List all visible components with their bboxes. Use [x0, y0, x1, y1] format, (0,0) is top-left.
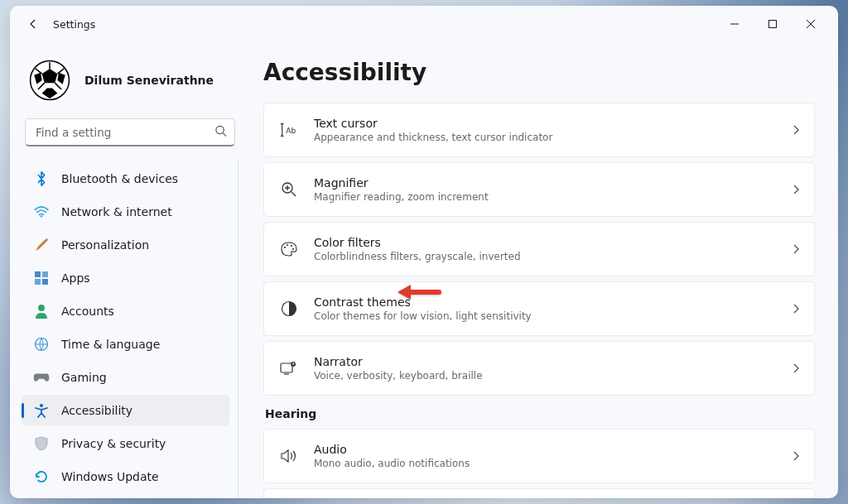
card-narrator[interactable]: Narrator Voice, verbosity, keyboard, bra…: [263, 341, 815, 396]
card-subtitle: Voice, verbosity, keyboard, braille: [314, 370, 778, 382]
svg-point-12: [38, 305, 45, 311]
bluetooth-icon: [33, 170, 50, 187]
chevron-right-icon: [793, 122, 799, 138]
sidebar-item-label: Network & internet: [61, 205, 172, 218]
card-subtitle: Colorblindness filters, grayscale, inver…: [314, 251, 778, 262]
sidebar-item-label: Time & language: [61, 338, 160, 351]
minimize-button[interactable]: [716, 11, 754, 37]
chevron-right-icon: [793, 242, 799, 257]
svg-point-7: [41, 215, 42, 217]
speaker-icon: [279, 446, 299, 466]
section-header-hearing: Hearing: [265, 407, 815, 420]
sidebar-item-accounts[interactable]: Accounts: [22, 295, 229, 327]
narrator-icon: [279, 358, 299, 378]
sidebar-item-personalization[interactable]: Personalization: [22, 229, 229, 261]
sidebar-item-label: Bluetooth & devices: [61, 172, 178, 185]
sidebar-item-accessibility[interactable]: Accessibility: [22, 395, 229, 426]
card-title: Narrator: [314, 355, 778, 368]
svg-point-14: [40, 404, 43, 407]
chevron-right-icon: [793, 361, 799, 377]
main-content: Accessibility Ab Text cursor Appearance …: [250, 42, 838, 498]
sidebar-item-label: Windows Update: [61, 470, 159, 483]
card-title: Text cursor: [314, 117, 778, 130]
minimize-icon: [730, 20, 739, 28]
arrow-left-icon: [26, 17, 40, 31]
svg-rect-10: [35, 279, 41, 285]
gamepad-icon: [33, 369, 50, 386]
sidebar-item-label: Accessibility: [61, 404, 132, 417]
card-captions[interactable]: CC Captions: [263, 488, 815, 498]
svg-rect-8: [35, 271, 41, 277]
svg-point-20: [292, 248, 294, 250]
search-wrap: [25, 118, 235, 146]
svg-point-18: [287, 244, 288, 246]
card-contrast-themes[interactable]: Contrast themes Color themes for low vis…: [263, 281, 815, 336]
back-button[interactable]: [18, 9, 48, 39]
titlebar: Settings: [10, 6, 838, 42]
card-color-filters[interactable]: Color filters Colorblindness filters, gr…: [263, 222, 815, 276]
contrast-icon: [279, 299, 299, 319]
sidebar: Dilum Senevirathne Bluetooth & devices: [10, 42, 250, 498]
card-title: Magnifier: [314, 176, 778, 190]
profile-name: Dilum Senevirathne: [84, 74, 214, 87]
apps-icon: [33, 270, 50, 286]
maximize-button[interactable]: [754, 11, 792, 37]
text-cursor-icon: Ab: [279, 120, 299, 140]
window-title: Settings: [53, 18, 95, 31]
sidebar-item-gaming[interactable]: Gaming: [22, 362, 229, 393]
card-subtitle: Color themes for low vision, light sensi…: [314, 310, 778, 322]
wifi-icon: [33, 204, 50, 220]
card-text-cursor[interactable]: Ab Text cursor Appearance and thickness,…: [263, 103, 815, 157]
maximize-icon: [768, 20, 777, 28]
sidebar-item-time[interactable]: Time & language: [22, 329, 229, 360]
avatar: [26, 57, 73, 103]
close-button[interactable]: [792, 11, 830, 37]
globe-clock-icon: [33, 336, 50, 353]
page-title: Accessibility: [263, 59, 815, 86]
search-input[interactable]: [25, 118, 235, 146]
card-subtitle: Appearance and thickness, text cursor in…: [314, 132, 778, 143]
svg-point-17: [284, 247, 286, 248]
svg-rect-22: [281, 363, 292, 372]
card-subtitle: Mono audio, audio notifications: [314, 458, 778, 469]
sidebar-item-network[interactable]: Network & internet: [22, 196, 229, 228]
svg-rect-9: [42, 271, 48, 277]
person-icon: [33, 303, 50, 319]
sidebar-item-label: Apps: [61, 271, 90, 285]
sidebar-item-label: Privacy & security: [61, 437, 166, 450]
accessibility-icon: [33, 402, 50, 419]
card-magnifier[interactable]: Magnifier Magnifier reading, zoom increm…: [263, 162, 815, 217]
profile-block[interactable]: Dilum Senevirathne: [22, 50, 238, 118]
paintbrush-icon: [33, 237, 50, 253]
svg-rect-0: [769, 21, 777, 28]
chevron-right-icon: [793, 449, 799, 464]
sidebar-item-label: Gaming: [61, 371, 107, 384]
magnifier-icon: [279, 180, 299, 199]
svg-rect-11: [42, 279, 48, 285]
card-title: Contrast themes: [314, 295, 778, 309]
soccer-ball-icon: [29, 60, 70, 101]
close-icon: [807, 20, 815, 28]
shield-icon: [33, 435, 50, 452]
palette-icon: [279, 239, 299, 259]
sidebar-item-label: Personalization: [61, 238, 149, 252]
card-title: Audio: [314, 443, 778, 456]
nav-list: Bluetooth & devices Network & internet P…: [22, 160, 238, 498]
card-title: Color filters: [314, 236, 778, 249]
chevron-right-icon: [793, 182, 799, 198]
svg-text:Ab: Ab: [286, 126, 296, 135]
sidebar-item-label: Accounts: [61, 305, 114, 318]
sidebar-item-bluetooth[interactable]: Bluetooth & devices: [22, 163, 229, 194]
svg-point-19: [291, 245, 292, 247]
chevron-right-icon: [793, 301, 799, 317]
sidebar-item-update[interactable]: Windows Update: [22, 461, 229, 492]
settings-window: Settings: [10, 6, 838, 498]
card-subtitle: Magnifier reading, zoom increment: [314, 191, 778, 203]
update-icon: [33, 468, 50, 485]
sidebar-item-privacy[interactable]: Privacy & security: [22, 428, 229, 459]
card-audio[interactable]: Audio Mono audio, audio notifications: [263, 429, 815, 483]
sidebar-item-apps[interactable]: Apps: [22, 262, 229, 294]
